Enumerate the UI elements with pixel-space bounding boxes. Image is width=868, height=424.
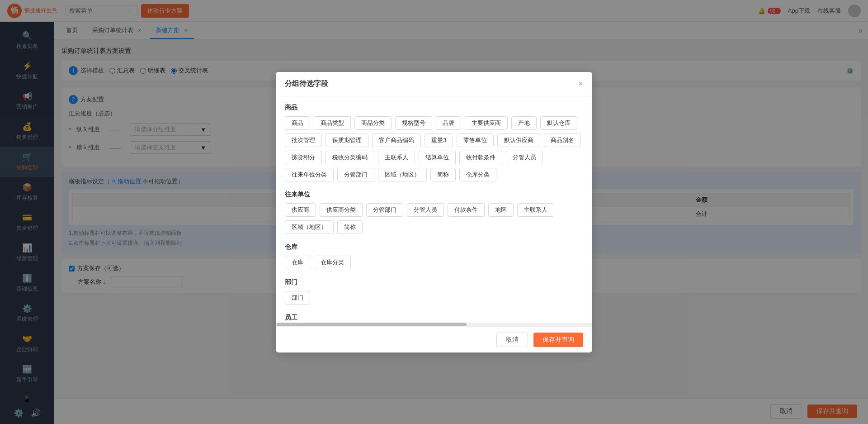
field-tag[interactable]: 主要供应商 <box>465 116 508 130</box>
field-tag[interactable]: 客户商品编码 <box>372 133 421 147</box>
scroll-thumb <box>277 323 467 326</box>
field-tag[interactable]: 拣货积分 <box>285 151 322 164</box>
field-tag[interactable]: 供应商分类 <box>320 203 363 217</box>
field-group-title-partner: 往来单位 <box>285 191 583 199</box>
field-tag[interactable]: 品牌 <box>436 116 461 130</box>
field-tag[interactable]: 结算单位 <box>419 151 456 164</box>
modal-body: 商品 商品 商品类型 商品分类 规格型号 品牌 主要供应商 产地 默认仓库 批次… <box>276 96 592 323</box>
field-tag[interactable]: 产地 <box>511 116 537 130</box>
modal-confirm-button[interactable]: 保存并查询 <box>533 333 583 347</box>
field-tag[interactable]: 付款条件 <box>448 203 485 217</box>
modal-cancel-button[interactable]: 取消 <box>496 333 528 347</box>
field-tag[interactable]: 重量3 <box>425 133 453 147</box>
field-group-staff: 员工 业务员 <box>285 314 583 323</box>
field-tag[interactable]: 简称 <box>430 168 456 181</box>
modal-footer: 取消 保存并查询 <box>276 327 592 353</box>
field-tag[interactable]: 默认仓库 <box>540 116 577 130</box>
field-tag[interactable]: 往来单位分类 <box>285 168 334 181</box>
field-tag[interactable]: 商品 <box>285 116 310 130</box>
field-tag[interactable]: 仓库 <box>285 256 310 269</box>
field-group-partner: 往来单位 供应商 供应商分类 分管部门 分管人员 付款条件 地区 主联系人 区域… <box>285 191 583 234</box>
modal-overlay[interactable]: 分组待选字段 × 商品 商品 商品类型 商品分类 规格型号 品牌 主要供应商 产… <box>0 0 868 424</box>
field-tag[interactable]: 分管部门 <box>337 168 374 181</box>
field-tag[interactable]: 商品别名 <box>544 133 581 147</box>
field-tag[interactable]: 分管人员 <box>506 151 543 164</box>
field-tag[interactable]: 收付款条件 <box>459 151 502 164</box>
field-group-title-dept: 部门 <box>285 278 583 286</box>
modal: 分组待选字段 × 商品 商品 商品类型 商品分类 规格型号 品牌 主要供应商 产… <box>276 72 592 353</box>
field-group-title-warehouse: 仓库 <box>285 243 583 251</box>
modal-horizontal-scrollbar[interactable] <box>276 323 592 327</box>
field-group-product: 商品 商品 商品类型 商品分类 规格型号 品牌 主要供应商 产地 默认仓库 批次… <box>285 104 583 181</box>
field-list-partner: 供应商 供应商分类 分管部门 分管人员 付款条件 地区 主联系人 区域（地区） … <box>285 203 583 234</box>
modal-title: 分组待选字段 <box>285 79 328 89</box>
field-group-warehouse: 仓库 仓库 仓库分类 <box>285 243 583 269</box>
field-tag[interactable]: 商品分类 <box>354 116 392 130</box>
field-tag[interactable]: 地区 <box>488 203 514 217</box>
field-tag[interactable]: 仓库分类 <box>459 168 496 181</box>
field-tag[interactable]: 规格型号 <box>395 116 432 130</box>
field-list-dept: 部门 <box>285 291 583 305</box>
field-tag[interactable]: 分管人员 <box>407 203 444 217</box>
field-group-title-product: 商品 <box>285 104 583 112</box>
field-tag[interactable]: 主联系人 <box>378 151 415 164</box>
field-tag[interactable]: 税收分类编码 <box>326 151 374 164</box>
field-tag[interactable]: 零售单位 <box>457 133 494 147</box>
field-group-title-staff: 员工 <box>285 314 583 322</box>
field-list-product: 商品 商品类型 商品分类 规格型号 品牌 主要供应商 产地 默认仓库 批次管理 … <box>285 116 583 181</box>
field-tag[interactable]: 分管部门 <box>366 203 403 217</box>
modal-close-icon[interactable]: × <box>578 79 583 89</box>
field-tag[interactable]: 主联系人 <box>517 203 554 217</box>
field-tag[interactable]: 区域（地区） <box>378 168 427 181</box>
field-tag[interactable]: 仓库分类 <box>314 256 351 269</box>
field-tag[interactable]: 批次管理 <box>285 133 322 147</box>
field-tag[interactable]: 部门 <box>285 291 310 305</box>
modal-header: 分组待选字段 × <box>276 72 592 96</box>
field-tag[interactable]: 区域（地区） <box>285 220 334 234</box>
field-tag[interactable]: 保质期管理 <box>326 133 368 147</box>
field-list-warehouse: 仓库 仓库分类 <box>285 256 583 269</box>
field-group-dept: 部门 部门 <box>285 278 583 305</box>
field-tag[interactable]: 商品类型 <box>314 116 351 130</box>
field-tag[interactable]: 供应商 <box>285 203 316 217</box>
field-tag[interactable]: 默认供应商 <box>497 133 540 147</box>
field-tag[interactable]: 简称 <box>337 220 363 234</box>
